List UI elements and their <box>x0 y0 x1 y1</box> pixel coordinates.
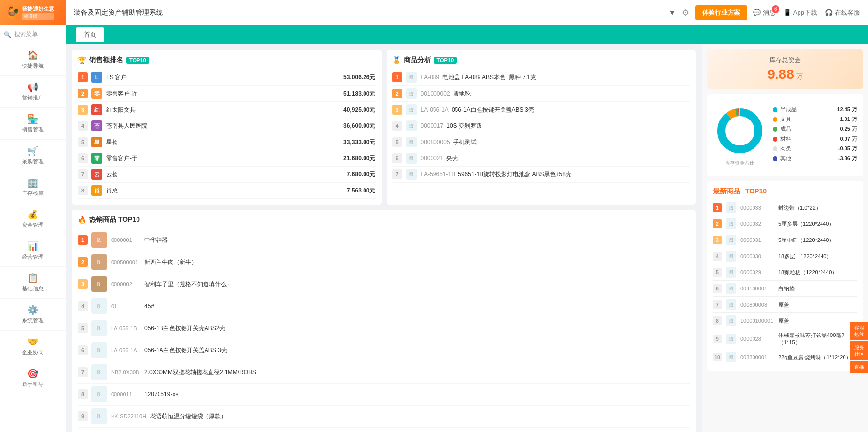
inventory-label: 库存核算 <box>22 190 44 197</box>
app-download-btn[interactable]: 📱 App下载 <box>783 8 817 17</box>
sidebar-item-operation[interactable]: 📊 经营管理 <box>0 235 66 267</box>
product-code: 10000100001 <box>740 318 775 324</box>
customer-avatar: L <box>91 72 102 83</box>
search-menu[interactable]: 🔍 搜索菜单 <box>0 25 66 44</box>
product-name: 5厘多层（1220*2440） <box>778 220 857 228</box>
rank-number: 1 <box>392 72 402 82</box>
system-icon: ⚙️ <box>27 305 38 315</box>
legend-dot <box>773 107 777 112</box>
new-products-rank-table: 1 图 LA-089电池盖 LA-089 ABS本色+黑种 7.1克 2 图 0… <box>392 70 690 183</box>
product-name: 中华神器 <box>144 236 690 244</box>
product-name: 体械嘉核味苏打饮品400毫升（1*15） <box>778 332 857 346</box>
online-service-btn[interactable]: 🎧 在线客服 <box>825 8 860 17</box>
messages-btn[interactable]: 💬 消息 6 <box>753 8 776 17</box>
logo-icon: 🐓 <box>6 6 19 19</box>
product-code: LA-056-1B <box>111 325 140 331</box>
sidebar-item-basic[interactable]: 📋 基础信息 <box>0 267 66 299</box>
inventory-total-label: 库存总资金 <box>715 56 855 65</box>
product-info: LA-089电池盖 LA-089 ABS本色+黑种 7.1克 <box>421 73 690 82</box>
product-thumb: 图 <box>726 334 736 344</box>
rank-number: 3 <box>713 236 722 244</box>
legend-name: 半成品 <box>780 106 834 113</box>
rank-number: 8 <box>78 389 88 399</box>
legend-dot <box>773 117 777 122</box>
online-service-label: 在线客服 <box>835 8 860 17</box>
sales-rank-row: 1 L LS 客户 53,006.26元 <box>78 70 376 86</box>
rank-number: 5 <box>713 268 722 277</box>
customer-service-btn[interactable]: 客服热线 <box>850 322 868 340</box>
legend-dot <box>773 127 777 132</box>
purchase-label: 采购管理 <box>22 158 44 165</box>
product-code: 0000002 <box>111 281 140 287</box>
float-service: 客服热线 服务社区 直播 <box>850 322 868 373</box>
hot-product-row: 9 图 KK-SD22110H 花语萌恒温分罐罐袋（厚款） <box>78 406 690 428</box>
hot-product-row: 4 图 01 45# <box>78 295 690 317</box>
newest-products-title: 最新商品 TOP10 <box>713 187 857 196</box>
sidebar-item-sales[interactable]: 🏪 销售管理 <box>0 108 66 140</box>
product-name: 056-1A白色按键开关盖ABS 3壳 <box>144 346 690 355</box>
hot-product-row: 8 图 0000011 12070519-xs <box>78 384 690 406</box>
product-name: 5厘中纤（1220*2440） <box>778 237 857 244</box>
sidebar-item-marketing[interactable]: 📢 营销推广 <box>0 76 66 108</box>
customer-name: 肖总 <box>106 187 343 195</box>
live-btn[interactable]: 直播 <box>850 361 868 373</box>
system-dropdown-btn[interactable]: ▼ <box>669 9 676 17</box>
product-thumb: 图 <box>726 352 736 362</box>
legend-item: 文具 1.01 万 <box>773 116 857 123</box>
trial-btn[interactable]: 体验行业方案 <box>695 5 747 20</box>
service-community-btn[interactable]: 服务社区 <box>850 341 868 360</box>
rank-number: 9 <box>713 335 722 343</box>
sidebar-item-newbie[interactable]: 🎯 新手引导 <box>0 362 66 394</box>
rank-number: 3 <box>392 105 402 115</box>
product-thumb: 图 <box>406 88 417 99</box>
product-info: LA-59651-1B59651-1B旋转投影灯电池盒 ABS黑色+58壳 <box>421 170 690 179</box>
settings-btn[interactable]: ⚙ <box>682 7 689 18</box>
product-code: 003800001 <box>740 354 775 360</box>
customer-name: 红太阳文具 <box>106 106 340 114</box>
sidebar-item-enterprise[interactable]: 🤝 企业协同 <box>0 331 66 362</box>
new-prod-rank-row: 1 图 LA-089电池盖 LA-089 ABS本色+黑种 7.1克 <box>392 70 690 86</box>
system-title: 装备及固定资产辅助管理系统 <box>74 8 663 17</box>
rank-number: 1 <box>78 72 88 82</box>
rank-number: 8 <box>713 316 722 325</box>
customer-avatar: 零 <box>91 153 102 164</box>
product-name: 封边带（1.0*22） <box>778 204 857 212</box>
operation-icon: 📊 <box>27 241 38 252</box>
product-name: 原盖 <box>778 301 857 309</box>
rank-number: 3 <box>78 279 88 289</box>
product-info: 0000021夹壳 <box>421 154 690 163</box>
rank-number: 2 <box>78 89 88 98</box>
operation-label: 经营管理 <box>22 253 44 261</box>
product-code: 0000028 <box>740 336 775 342</box>
sidebar-item-finance[interactable]: 💰 资金管理 <box>0 203 66 235</box>
product-code: 0000032 <box>740 221 775 227</box>
customer-name: LS 客户 <box>106 73 340 82</box>
sidebar-item-inventory[interactable]: 🏢 库存核算 <box>0 171 66 203</box>
sidebar-item-system[interactable]: ⚙️ 系统管理 <box>0 299 66 331</box>
legend-name: 其他 <box>780 155 835 162</box>
tab-home[interactable]: 首页 <box>76 27 104 42</box>
product-image: 图 <box>91 232 107 248</box>
hot-product-row: 7 图 NB2.0X30B 2.0X30MM双搓花轴搓花直径2.1MM/ROHS <box>78 361 690 384</box>
main-area: 装备及固定资产辅助管理系统 ▼ ⚙ 体验行业方案 💬 消息 6 📱 App下载 … <box>66 0 868 432</box>
sales-rank-table: 1 L LS 客户 53,006.26元 2 零 零售客户-许 51,183.0… <box>78 70 376 199</box>
product-thumb: 图 <box>406 169 417 180</box>
new-products-ranking-panel: 🏅 商品分析 TOP10 1 图 LA-089电池盖 LA-089 ABS本色+… <box>387 50 696 205</box>
sidebar-item-quick[interactable]: 🏠 快捷导航 <box>0 44 66 76</box>
basic-icon: 📋 <box>27 273 38 284</box>
customer-name: 星扬 <box>106 138 340 146</box>
new-prod-rank-row: 6 图 0000021夹壳 <box>392 150 690 167</box>
product-thumb: 图 <box>406 120 417 131</box>
product-code: 0000011 <box>111 391 140 397</box>
hot-product-row: 1 图 0000001 中华神器 <box>78 229 690 251</box>
customer-avatar: 零 <box>91 88 102 99</box>
rank-number: 6 <box>78 153 88 163</box>
newest-product-row: 2 图 0000032 5厘多层（1220*2440） <box>713 216 857 232</box>
app-badge: 标准版 <box>22 13 54 20</box>
rank-number: 1 <box>78 235 88 245</box>
legend-dot <box>773 146 777 151</box>
rank-number: 7 <box>78 367 88 377</box>
rank-number: 7 <box>392 169 402 179</box>
sidebar: 🐓 畅捷通好生意 标准版 🔍 搜索菜单 🏠 快捷导航 📢 营销推广 🏪 销售管理… <box>0 0 66 432</box>
sidebar-item-purchase[interactable]: 🛒 采购管理 <box>0 140 66 171</box>
